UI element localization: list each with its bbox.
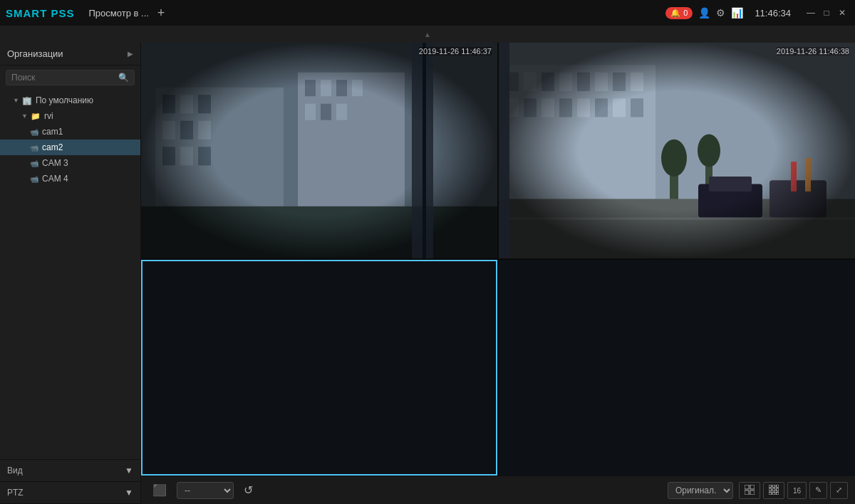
svg-rect-64 [769, 492, 772, 495]
cam2-feed [499, 43, 855, 258]
tree-group-label: rvi [44, 111, 53, 121]
snapshot-icon: ⬛ [152, 484, 167, 496]
svg-rect-63 [776, 488, 779, 491]
view-label: Вид [7, 466, 23, 476]
search-input[interactable] [11, 73, 118, 83]
video-cell-2[interactable]: 2019-11-26 11:46:38 [499, 43, 855, 258]
layout-3x3-icon [769, 485, 779, 495]
app-name-part1: SMART [6, 7, 47, 19]
sidebar: Организации ▶ 🔍 ▼ 🏢 По умолчанию ▼ 📁 rvi… [0, 43, 141, 504]
organizations-label: Организации [7, 48, 63, 59]
user-icon[interactable]: 👤 [698, 7, 710, 19]
video-cell-4[interactable] [499, 260, 855, 476]
cam3-label: CAM 3 [42, 158, 68, 168]
window-controls: — □ ✕ [804, 6, 849, 20]
tree-group-rvi[interactable]: ▼ 📁 rvi [0, 108, 140, 124]
svg-rect-52 [499, 43, 855, 258]
svg-rect-54 [745, 485, 749, 489]
clock: 11:46:34 [755, 8, 791, 19]
main-content: Организации ▶ 🔍 ▼ 🏢 По умолчанию ▼ 📁 rvi… [0, 43, 855, 504]
cam4-feed-empty [499, 260, 855, 476]
tree-group-expand-icon: ▼ [21, 112, 28, 120]
bottom-toolbar: ⬛ -- ↺ Оригинал. Растянуть [141, 476, 855, 504]
layout-3x3-button[interactable] [763, 482, 784, 499]
aspect-select[interactable]: Оригинал. Растянуть [668, 482, 733, 499]
layout-16-label: 16 [793, 487, 801, 495]
tree-root-item[interactable]: ▼ 🏢 По умолчанию [0, 93, 140, 108]
view-arrow-icon: ▼ [125, 466, 133, 476]
sidebar-item-cam2[interactable]: 📹 cam2 [0, 140, 140, 155]
tree-expand-icon: ▼ [13, 97, 19, 104]
gear-icon[interactable]: ⚙ [716, 7, 725, 19]
layout-2x2-icon [745, 485, 755, 495]
svg-rect-62 [772, 488, 775, 491]
search-box[interactable]: 🔍 [6, 70, 135, 85]
subheader: ▲ [0, 26, 855, 43]
cam1-label: cam1 [42, 127, 63, 137]
edit-layout-button[interactable]: ✎ [809, 482, 827, 499]
refresh-button[interactable]: ↺ [239, 481, 257, 500]
video-area: 2019-11-26 11:46:37 [141, 43, 855, 504]
cam3-feed-empty [142, 261, 496, 474]
alert-count: 0 [683, 9, 688, 17]
sidebar-header: Организации ▶ [0, 43, 140, 65]
refresh-icon: ↺ [244, 484, 253, 496]
cam1-timestamp: 2019-11-26 11:46:37 [419, 47, 492, 56]
titlebar-right: 🔔 0 👤 ⚙ 📊 11:46:34 — □ ✕ [665, 6, 849, 20]
tree-root-label: По умолчанию [36, 95, 93, 105]
app-logo: SMART PSS [6, 7, 75, 19]
svg-rect-61 [769, 488, 772, 491]
svg-rect-59 [772, 485, 775, 488]
alert-badge[interactable]: 🔔 0 [665, 7, 693, 19]
video-cell-1[interactable]: 2019-11-26 11:46:37 [141, 43, 497, 258]
sidebar-item-cam1[interactable]: 📹 cam1 [0, 124, 140, 140]
cam4-camera-icon: 📹 [30, 175, 38, 183]
view-footer-item[interactable]: Вид ▼ [0, 460, 140, 482]
cam4-label: CAM 4 [42, 174, 68, 184]
subheader-arrow-icon: ▲ [424, 31, 431, 38]
close-button[interactable]: ✕ [835, 6, 849, 20]
cam2-timestamp: 2019-11-26 11:46:38 [777, 47, 849, 56]
svg-rect-56 [745, 490, 749, 495]
sidebar-collapse-icon[interactable]: ▶ [128, 50, 133, 58]
svg-rect-57 [750, 490, 755, 495]
search-icon: 🔍 [118, 73, 129, 83]
video-cell-3[interactable] [141, 260, 497, 476]
layout-2x2-button[interactable] [739, 482, 760, 499]
svg-rect-20 [141, 43, 497, 258]
app-name-part2: PSS [51, 7, 75, 19]
cam2-label: cam2 [42, 142, 63, 152]
svg-rect-53 [499, 43, 509, 258]
cam1-camera-icon: 📹 [30, 128, 38, 136]
cam1-feed [141, 43, 497, 258]
sidebar-footer: Вид ▼ PTZ ▼ [0, 459, 140, 504]
dashboard-icon[interactable]: 📊 [731, 7, 743, 19]
grid-layout-buttons: 16 ✎ ⤢ [739, 482, 848, 499]
expand-button[interactable]: ⤢ [830, 482, 848, 499]
add-tab-button[interactable]: + [157, 6, 165, 21]
ptz-arrow-icon: ▼ [125, 488, 133, 498]
tree-group-icon: 🏢 [22, 96, 32, 105]
ptz-label: PTZ [7, 488, 24, 498]
video-grid: 2019-11-26 11:46:37 [141, 43, 855, 476]
ptz-footer-item[interactable]: PTZ ▼ [0, 482, 140, 504]
tree: ▼ 🏢 По умолчанию ▼ 📁 rvi 📹 cam1 📹 cam2 [0, 90, 140, 459]
sidebar-item-cam4[interactable]: 📹 CAM 4 [0, 171, 140, 187]
cam2-camera-icon: 📹 [30, 144, 38, 152]
tab-label: Просмотр в ... [89, 8, 149, 19]
svg-rect-55 [750, 485, 755, 489]
sidebar-item-cam3[interactable]: 📹 CAM 3 [0, 155, 140, 171]
stream-select[interactable]: -- [177, 482, 234, 499]
svg-rect-60 [776, 485, 779, 488]
minimize-button[interactable]: — [804, 6, 818, 20]
maximize-button[interactable]: □ [819, 6, 834, 20]
alert-icon: 🔔 [670, 9, 680, 18]
svg-rect-58 [769, 485, 772, 488]
layout-16-button[interactable]: 16 [787, 482, 807, 499]
expand-icon: ⤢ [836, 485, 842, 494]
cam3-camera-icon: 📹 [30, 159, 38, 167]
snapshot-button[interactable]: ⬛ [148, 481, 171, 500]
svg-rect-65 [772, 492, 775, 495]
svg-rect-22 [423, 43, 426, 258]
edit-icon: ✎ [815, 485, 822, 494]
